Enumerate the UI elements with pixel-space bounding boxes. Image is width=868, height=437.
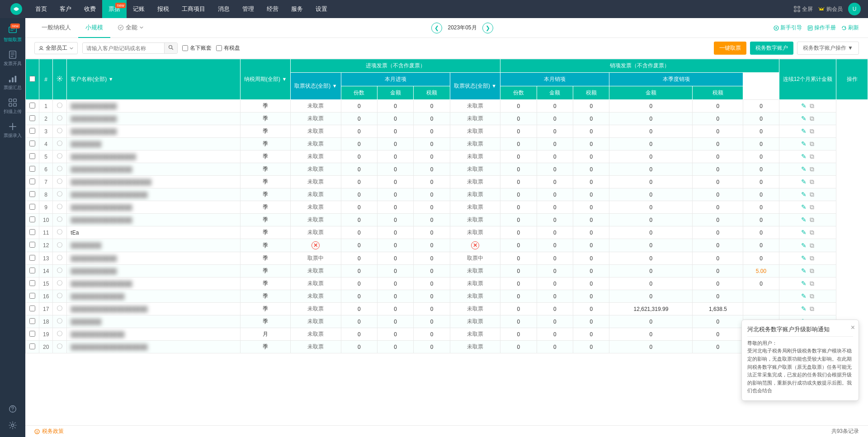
row-checkbox[interactable]	[29, 268, 35, 273]
copy-button[interactable]: ⧉	[810, 191, 814, 198]
tab-all-capable[interactable]: 全能	[110, 18, 151, 38]
row-checkbox[interactable]	[29, 141, 35, 146]
new-guide-button[interactable]: 新手引导	[774, 24, 802, 32]
vip-button[interactable]: 购会员	[818, 5, 843, 13]
nav-manage[interactable]: 管理	[236, 0, 260, 18]
customer-name-cell[interactable]: ████████	[67, 239, 241, 252]
period-next-button[interactable]: ❯	[482, 23, 493, 33]
copy-button[interactable]: ⧉	[810, 102, 814, 109]
edit-button[interactable]: ✎	[801, 191, 807, 198]
manual-button[interactable]: 操作手册	[807, 24, 836, 32]
customer-name-cell[interactable]: █████████████████████	[67, 176, 241, 188]
row-checkbox[interactable]	[29, 115, 35, 121]
edit-button[interactable]: ✎	[801, 165, 807, 173]
notification-close-button[interactable]: ×	[851, 324, 855, 332]
row-checkbox[interactable]	[29, 318, 35, 324]
tax-policy-link[interactable]: 税务政策	[34, 428, 64, 435]
sidebar-item-scan[interactable]: 扫描上传	[0, 94, 25, 118]
copy-button[interactable]: ⧉	[810, 178, 814, 185]
customer-name-cell[interactable]: ██████████████	[67, 328, 241, 341]
copy-button[interactable]: ⧉	[810, 165, 814, 173]
edit-button[interactable]: ✎	[801, 153, 807, 160]
nav-service[interactable]: 服务	[285, 0, 309, 18]
copy-button[interactable]: ⧉	[810, 267, 814, 274]
edit-button[interactable]: ✎	[801, 254, 807, 262]
edit-button[interactable]: ✎	[801, 102, 807, 109]
nav-tax[interactable]: 报税	[151, 0, 175, 18]
row-checkbox[interactable]	[29, 293, 35, 299]
customer-name-cell[interactable]: ████████████████	[67, 277, 241, 290]
copy-button[interactable]: ⧉	[810, 153, 814, 160]
checkbox-my-accounts[interactable]	[182, 45, 188, 51]
row-checkbox[interactable]	[29, 204, 35, 210]
fullscreen-button[interactable]: 全屏	[794, 5, 813, 13]
nav-message[interactable]: 消息	[212, 0, 236, 18]
sidebar-item-summary[interactable]: 票据汇总	[0, 70, 25, 94]
customer-name-cell[interactable]: ████████████████████	[67, 341, 241, 353]
copy-button[interactable]: ⧉	[810, 292, 814, 300]
sidebar-item-invoice[interactable]: 发票开具	[0, 47, 25, 70]
employee-filter[interactable]: 全部员工	[34, 42, 78, 54]
copy-button[interactable]: ⧉	[810, 242, 814, 249]
customer-name-cell[interactable]: ████████	[67, 138, 241, 150]
copy-button[interactable]: ⧉	[810, 254, 814, 262]
tax-digital-account-button[interactable]: 税务数字账户	[750, 42, 793, 55]
row-checkbox[interactable]	[29, 331, 35, 337]
checkbox-has-tax-panel[interactable]	[216, 45, 222, 51]
customer-name-cell[interactable]: ████████████	[67, 265, 241, 277]
app-logo[interactable]	[7, 0, 25, 18]
copy-button[interactable]: ⧉	[810, 305, 814, 312]
row-checkbox[interactable]	[29, 191, 35, 197]
customer-name-cell[interactable]: tEa	[67, 226, 241, 239]
row-checkbox[interactable]	[29, 216, 35, 222]
edit-button[interactable]: ✎	[801, 292, 807, 300]
sidebar-item-entry[interactable]: 票据录入	[0, 118, 25, 142]
row-checkbox[interactable]	[29, 280, 35, 286]
filter-checkbox-has-tax-panel[interactable]: 有税盘	[216, 44, 240, 52]
row-checkbox[interactable]	[29, 166, 35, 172]
row-checkbox[interactable]	[29, 229, 35, 235]
edit-button[interactable]: ✎	[801, 229, 807, 236]
user-avatar[interactable]: U	[848, 3, 861, 15]
one-click-ticket-button[interactable]: 一键取票	[714, 42, 746, 55]
sidebar-help[interactable]	[0, 401, 25, 417]
customer-name-cell[interactable]: ████████████████	[67, 201, 241, 214]
row-checkbox[interactable]	[29, 255, 35, 261]
edit-button[interactable]: ✎	[801, 115, 807, 122]
sidebar-settings[interactable]	[0, 417, 25, 433]
copy-button[interactable]: ⧉	[810, 280, 814, 287]
edit-button[interactable]: ✎	[801, 140, 807, 147]
customer-name-cell[interactable]: ████████████████	[67, 163, 241, 176]
refresh-button[interactable]: 刷新	[841, 24, 859, 32]
copy-button[interactable]: ⧉	[810, 115, 814, 122]
tab-small-scale[interactable]: 小规模	[78, 18, 110, 38]
customer-name-cell[interactable]: ████████████	[67, 113, 241, 125]
edit-button[interactable]: ✎	[801, 242, 807, 249]
search-button[interactable]	[164, 43, 177, 53]
row-checkbox[interactable]	[29, 128, 35, 134]
edit-button[interactable]: ✎	[801, 216, 807, 223]
edit-button[interactable]: ✎	[801, 127, 807, 135]
edit-button[interactable]: ✎	[801, 280, 807, 287]
customer-name-cell[interactable]: █████████████████	[67, 150, 241, 163]
row-checkbox[interactable]	[29, 179, 35, 184]
select-all-checkbox[interactable]	[29, 76, 35, 82]
nav-settings[interactable]: 设置	[309, 0, 334, 18]
period-prev-button[interactable]: ❮	[431, 23, 442, 33]
copy-button[interactable]: ⧉	[810, 140, 814, 147]
row-checkbox[interactable]	[29, 343, 35, 349]
filter-checkbox-my-accounts[interactable]: 名下账套	[182, 44, 212, 52]
nav-customer[interactable]: 客户	[53, 0, 78, 18]
nav-operation[interactable]: 经营	[260, 0, 285, 18]
row-checkbox[interactable]	[29, 242, 35, 248]
row-checkbox[interactable]	[29, 103, 35, 108]
search-input[interactable]	[83, 43, 164, 53]
customer-name-cell[interactable]: ████████	[67, 315, 241, 328]
edit-button[interactable]: ✎	[801, 178, 807, 185]
customer-name-cell[interactable]: ████████████████████	[67, 303, 241, 315]
copy-button[interactable]: ⧉	[810, 127, 814, 135]
customer-name-cell[interactable]: ████████████	[67, 125, 241, 138]
nav-bookkeeping[interactable]: 记账	[127, 0, 151, 18]
edit-button[interactable]: ✎	[801, 305, 807, 312]
nav-home[interactable]: 首页	[29, 0, 53, 18]
